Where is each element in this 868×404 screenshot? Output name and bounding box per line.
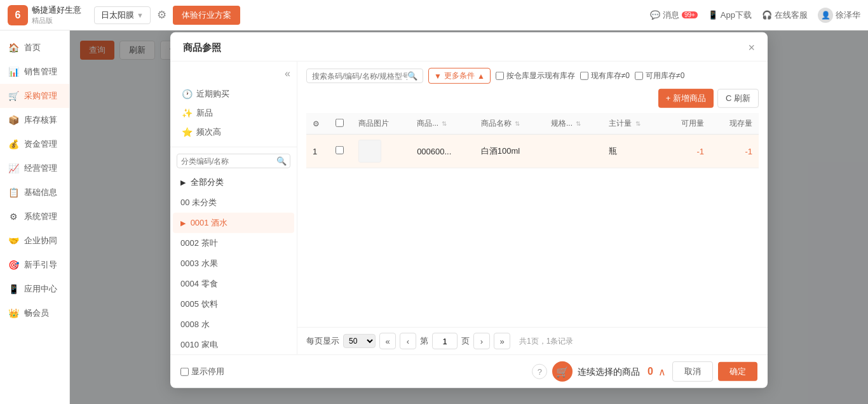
nav-right: 💬 消息 99+ 📱 App下载 🎧 在线客服 👤 徐泽华 (650, 8, 860, 23)
refresh-btn[interactable]: C 刷新 (717, 89, 759, 108)
nav-selector[interactable]: 日太阳膜 ▼ (94, 6, 151, 24)
footer-collapse-icon[interactable]: ∧ (658, 365, 666, 377)
row-select-checkbox[interactable] (336, 146, 344, 154)
col-unit[interactable]: 主计量 ⇅ (602, 113, 662, 135)
main-content: 查询 刷新 设置 商品参照 × « (70, 30, 868, 404)
show-disabled-input[interactable] (180, 367, 189, 375)
sidebar-item-purchase[interactable]: 🛒 采购管理 (0, 84, 69, 108)
frequent-icon: ⭐ (182, 127, 193, 137)
add-product-btn[interactable]: + 新增商品 (658, 89, 714, 108)
page-number-input[interactable] (432, 333, 458, 349)
sidebar-item-member[interactable]: 👑 畅会员 (0, 301, 69, 325)
show-disabled-checkbox[interactable]: 显示停用 (180, 366, 224, 377)
product-search-input[interactable] (312, 71, 407, 80)
home-icon: 🏠 (8, 42, 19, 53)
col-code[interactable]: 商品... ⇅ (410, 113, 475, 135)
checkbox-stock-nonzero[interactable]: 现有库存≠0 (580, 71, 630, 81)
checkbox-available-input[interactable] (635, 72, 643, 80)
search-submit-icon[interactable]: 🔍 (407, 71, 417, 81)
guide-icon: 🎯 (8, 259, 19, 271)
search-classify[interactable]: 🔍 (177, 154, 290, 168)
system-icon: ⚙ (8, 211, 19, 222)
app-center-icon: 📱 (8, 283, 19, 295)
classify-beverage[interactable]: 0005 饮料 (173, 294, 294, 314)
classify-search-icon[interactable]: 🔍 (276, 156, 287, 166)
sidebar-item-inventory[interactable]: 📦 库存核算 (0, 108, 69, 132)
logo-area: 6 畅捷通好生意 精品版 (8, 4, 81, 25)
selected-num: 0 (648, 365, 653, 376)
prev-page-btn[interactable]: ‹ (400, 333, 416, 349)
app-download-btn[interactable]: 📱 App下载 (708, 10, 752, 21)
classify-appliance[interactable]: 0010 家电 (173, 335, 294, 348)
classify-search-input[interactable] (181, 156, 276, 165)
filter-btn[interactable]: ▼ 更多条件 ▲ (428, 68, 491, 84)
row-name: 白酒100ml (475, 134, 545, 168)
sidebar-item-sales[interactable]: 📊 销售管理 (0, 60, 69, 84)
left-panel: « 🕐 近期购买 ✨ 新品 ⭐ 频 (170, 62, 297, 354)
sidebar-item-enterprise[interactable]: 🤝 企业协同 (0, 229, 69, 253)
quick-recent[interactable]: 🕐 近期购买 (177, 84, 290, 104)
gear-icon[interactable]: ⚙ (157, 8, 166, 22)
row-index: 1 (306, 134, 329, 168)
sidebar-item-home[interactable]: 🏠 首页 (0, 36, 69, 60)
product-table: ⚙ 商品图片 商品... ⇅ 商品名称 ⇅ 规格... ⇅ 主计量 ⇅ 可用量 … (306, 113, 759, 168)
classify-tea[interactable]: 0002 茶叶 (173, 233, 294, 253)
sidebar-item-system[interactable]: ⚙ 系统管理 (0, 205, 69, 229)
sidebar-item-app-center[interactable]: 📱 应用中心 (0, 277, 69, 301)
last-page-btn[interactable]: » (494, 333, 510, 349)
experience-btn[interactable]: 体验行业方案 (173, 6, 240, 25)
cancel-btn[interactable]: 取消 (672, 361, 713, 382)
inventory-icon: 📦 (8, 114, 19, 126)
checkbox-warehouse-input[interactable] (496, 72, 504, 80)
search-bar[interactable]: 🔍 (306, 69, 423, 83)
new-icon: ✨ (182, 108, 193, 118)
sidebar-item-basic-info[interactable]: 📋 基础信息 (0, 180, 69, 205)
sidebar-item-finance[interactable]: 💰 资金管理 (0, 132, 69, 156)
cart-symbol: 🛒 (556, 365, 569, 377)
classify-water[interactable]: 0008 水 (173, 314, 294, 335)
headset-icon: 🎧 (762, 10, 772, 20)
user-avatar[interactable]: 👤 徐泽华 (818, 8, 860, 23)
row-checkbox[interactable] (329, 134, 352, 168)
first-page-btn[interactable]: « (379, 333, 396, 349)
next-page-btn[interactable]: › (473, 333, 490, 349)
recent-icon: 🕐 (182, 89, 193, 99)
enterprise-icon: 🤝 (8, 235, 19, 246)
cart-icon[interactable]: 🛒 (552, 361, 573, 382)
sidebar-item-operation[interactable]: 📈 经营管理 (0, 156, 69, 180)
dialog-close-btn[interactable]: × (748, 41, 755, 55)
col-settings[interactable]: ⚙ (306, 113, 329, 135)
msg-btn[interactable]: 💬 消息 99+ (650, 10, 698, 21)
layout: 🏠 首页 📊 销售管理 🛒 采购管理 📦 库存核算 💰 资金管理 📈 经营管理 … (0, 30, 868, 404)
classify-fruit[interactable]: 0003 水果 (173, 253, 294, 274)
help-icon[interactable]: ? (532, 364, 547, 379)
checkbox-available-nonzero[interactable]: 可用库存≠0 (635, 71, 684, 81)
table-row[interactable]: 1 000600... 白酒100ml 瓶 -1 (306, 134, 759, 168)
left-panel-top: « (170, 68, 297, 84)
collapse-left-btn[interactable]: « (285, 68, 290, 79)
sidebar-item-guide[interactable]: 🎯 新手引导 (0, 253, 69, 277)
sidebar: 🏠 首页 📊 销售管理 🛒 采购管理 📦 库存核算 💰 资金管理 📈 经营管理 … (0, 30, 70, 404)
select-all-checkbox[interactable] (336, 118, 344, 126)
filter-arrow-icon: ▲ (477, 71, 485, 80)
filter-icon: ▼ (434, 71, 442, 80)
product-table-wrap: ⚙ 商品图片 商品... ⇅ 商品名称 ⇅ 规格... ⇅ 主计量 ⇅ 可用量 … (297, 113, 768, 327)
row-spec (545, 134, 602, 168)
footer-left: 显示停用 (180, 366, 224, 377)
dialog-header: 商品参照 × (170, 32, 768, 62)
quick-new[interactable]: ✨ 新品 (177, 104, 290, 123)
page-size-select[interactable]: 50 10 20 100 (343, 334, 376, 348)
classify-arrow-all: ▶ (180, 178, 186, 187)
col-spec[interactable]: 规格... ⇅ (545, 113, 602, 135)
quick-frequent[interactable]: ⭐ 频次高 (177, 123, 290, 142)
classify-unclassified[interactable]: 00 未分类 (173, 192, 294, 213)
checkbox-stock-input[interactable] (580, 72, 588, 80)
avatar-icon: 👤 (818, 8, 833, 23)
classify-liquor[interactable]: ▶ 0001 酒水 (173, 213, 294, 233)
checkbox-by-warehouse[interactable]: 按仓库显示现有库存 (496, 71, 575, 81)
col-name[interactable]: 商品名称 ⇅ (475, 113, 545, 135)
classify-snack[interactable]: 0004 零食 (173, 274, 294, 294)
classify-all[interactable]: ▶ 全部分类 (173, 172, 294, 192)
confirm-btn[interactable]: 确定 (718, 362, 757, 381)
service-btn[interactable]: 🎧 在线客服 (762, 10, 808, 21)
